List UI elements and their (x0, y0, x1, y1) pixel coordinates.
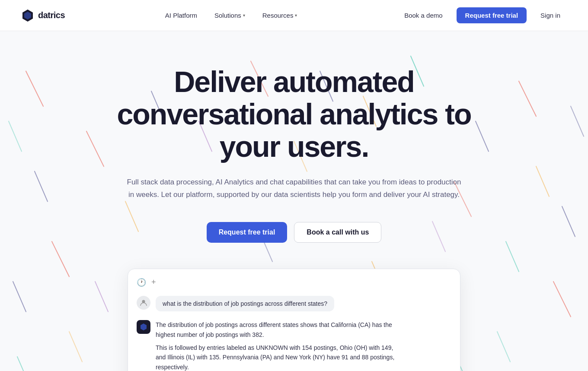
nav-link-platform[interactable]: AI Platform (158, 8, 204, 22)
nav-link-resources[interactable]: Resources ▾ (256, 8, 304, 22)
solutions-chevron-icon: ▾ (243, 13, 245, 18)
nav-links: AI Platform Solutions ▾ Resources ▾ (158, 8, 304, 22)
request-free-trial-button[interactable]: Request free trial (457, 7, 527, 23)
nav-actions: Book a demo Request free trial Sign in (397, 7, 567, 23)
bot-message: The distribution of job postings across … (137, 320, 451, 371)
user-avatar-icon (137, 296, 150, 310)
bot-bubble: The distribution of job postings across … (156, 320, 398, 371)
hero-buttons: Request free trial Book a call with us (21, 222, 567, 243)
request-free-trial-hero-button[interactable]: Request free trial (207, 222, 288, 243)
logo-text: datrics (38, 10, 65, 20)
svg-marker-39 (141, 323, 147, 330)
sign-in-link[interactable]: Sign in (534, 8, 567, 22)
svg-line-36 (571, 106, 584, 136)
hero-section: Deliver automated conversational analyti… (0, 31, 588, 371)
navbar: datrics AI Platform Solutions ▾ Resource… (0, 0, 588, 31)
book-a-call-button[interactable]: Book a call with us (294, 222, 381, 243)
logo[interactable]: datrics (21, 9, 65, 22)
chat-toolbar: 🕐 + (137, 278, 451, 287)
add-icon[interactable]: + (151, 278, 156, 287)
resources-chevron-icon: ▾ (295, 13, 297, 18)
hero-content: Deliver automated conversational analyti… (21, 66, 567, 371)
logo-icon (21, 9, 35, 22)
bot-response-line2: This is followed by entries labeled as U… (156, 343, 398, 371)
svg-line-37 (9, 121, 22, 152)
hero-subtitle: Full stack data processing, AI Analytics… (125, 176, 463, 201)
chat-preview-panel: 🕐 + what is the distribution of job post… (128, 269, 460, 371)
bot-response-line1: The distribution of job postings across … (156, 320, 398, 339)
hero-title: Deliver automated conversational analyti… (99, 66, 489, 162)
user-message: what is the distribution of job postings… (137, 296, 451, 311)
nav-link-solutions[interactable]: Solutions ▾ (208, 8, 252, 22)
history-icon[interactable]: 🕐 (137, 278, 146, 287)
book-demo-link[interactable]: Book a demo (397, 8, 449, 22)
user-bubble: what is the distribution of job postings… (156, 296, 334, 311)
bot-avatar-icon (137, 320, 150, 334)
